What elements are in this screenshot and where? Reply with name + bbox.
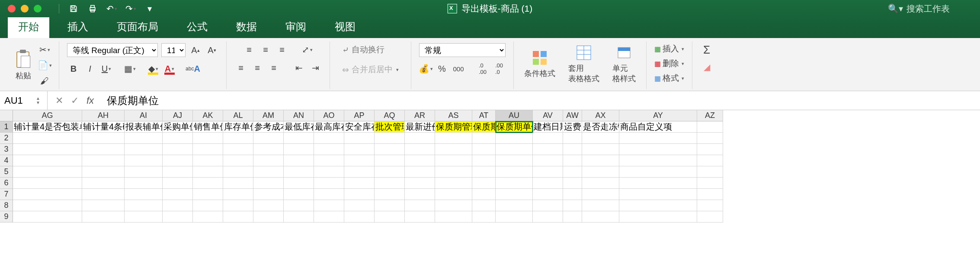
cell-AR4[interactable] bbox=[405, 155, 435, 166]
cell-AP3[interactable] bbox=[344, 144, 375, 155]
number-format-select[interactable]: 常规 bbox=[419, 43, 506, 57]
format-painter-button[interactable]: 🖌 bbox=[38, 74, 51, 87]
cell-AX5[interactable] bbox=[582, 166, 619, 178]
col-header-AH[interactable]: AH bbox=[82, 110, 125, 121]
cell-AQ7[interactable] bbox=[375, 189, 405, 200]
font-size-select[interactable]: 11 bbox=[161, 43, 186, 57]
col-header-AK[interactable]: AK bbox=[193, 110, 223, 121]
phonetic-button[interactable]: abcA bbox=[186, 62, 199, 75]
cell-AS5[interactable] bbox=[435, 166, 472, 178]
cell-AT1[interactable]: 保质期 bbox=[472, 121, 496, 133]
cell-AU6[interactable] bbox=[496, 178, 533, 189]
cell-AN5[interactable] bbox=[284, 166, 314, 178]
cell-AN2[interactable] bbox=[284, 133, 314, 144]
cell-AH8[interactable] bbox=[82, 200, 125, 211]
cell-AQ3[interactable] bbox=[375, 144, 405, 155]
cell-AQ2[interactable] bbox=[375, 133, 405, 144]
cell-AO8[interactable] bbox=[314, 200, 344, 211]
col-header-AU[interactable]: AU bbox=[496, 110, 533, 121]
select-all-corner[interactable] bbox=[0, 110, 13, 121]
cell-AO7[interactable] bbox=[314, 189, 344, 200]
cell-AX1[interactable]: 是否走冻链 bbox=[582, 121, 619, 133]
format-as-table-button[interactable]: 套用 表格格式 bbox=[566, 43, 602, 85]
cell-AX2[interactable] bbox=[582, 133, 619, 144]
cell-AK2[interactable] bbox=[193, 133, 223, 144]
cell-AL8[interactable] bbox=[223, 200, 253, 211]
row-header-9[interactable]: 9 bbox=[0, 211, 13, 222]
cut-button[interactable]: ✂▾ bbox=[38, 43, 51, 56]
cell-AM6[interactable] bbox=[253, 178, 284, 189]
cell-AY7[interactable] bbox=[619, 189, 697, 200]
align-right-button[interactable]: ≡ bbox=[267, 61, 280, 74]
cell-AK9[interactable] bbox=[193, 211, 223, 222]
col-header-AQ[interactable]: AQ bbox=[375, 110, 405, 121]
cell-AX6[interactable] bbox=[582, 178, 619, 189]
cell-AK8[interactable] bbox=[193, 200, 223, 211]
cell-AM1[interactable]: 参考成本 bbox=[253, 121, 284, 133]
orientation-button[interactable]: ⤢▾ bbox=[301, 43, 314, 56]
font-name-select[interactable]: 等线 Regular (正文) bbox=[67, 43, 158, 57]
currency-button[interactable]: 💰▾ bbox=[419, 62, 432, 75]
cell-AI9[interactable] bbox=[125, 211, 163, 222]
increase-decimal-button[interactable]: .0.00 bbox=[476, 62, 489, 75]
cell-AR9[interactable] bbox=[405, 211, 435, 222]
cell-AV8[interactable] bbox=[533, 200, 563, 211]
cell-AP2[interactable] bbox=[344, 133, 375, 144]
cell-AJ1[interactable]: 采购单位 bbox=[163, 121, 193, 133]
cell-AX4[interactable] bbox=[582, 155, 619, 166]
cell-AO5[interactable] bbox=[314, 166, 344, 178]
cell-AH4[interactable] bbox=[82, 155, 125, 166]
cell-AS7[interactable] bbox=[435, 189, 472, 200]
row-header-2[interactable]: 2 bbox=[0, 133, 13, 144]
cell-AH6[interactable] bbox=[82, 178, 125, 189]
row-header-6[interactable]: 6 bbox=[0, 178, 13, 189]
name-box[interactable]: AU1 ▲▼ bbox=[0, 91, 48, 110]
increase-indent-button[interactable]: ⇥ bbox=[309, 61, 322, 74]
namebox-up[interactable]: ▲ bbox=[36, 96, 40, 101]
cell-AQ4[interactable] bbox=[375, 155, 405, 166]
cell-AG8[interactable] bbox=[13, 200, 82, 211]
cell-AW1[interactable]: 运费 bbox=[563, 121, 582, 133]
autosum-button[interactable]: Σ bbox=[700, 43, 713, 56]
cell-AX3[interactable] bbox=[582, 144, 619, 155]
cell-AL7[interactable] bbox=[223, 189, 253, 200]
underline-button[interactable]: U▾ bbox=[100, 62, 113, 75]
cell-AM8[interactable] bbox=[253, 200, 284, 211]
align-bottom-button[interactable]: ≡ bbox=[275, 43, 288, 56]
col-header-AN[interactable]: AN bbox=[284, 110, 314, 121]
cell-AG2[interactable] bbox=[13, 133, 82, 144]
cell-AZ2[interactable] bbox=[697, 133, 723, 144]
col-header-AG[interactable]: AG bbox=[13, 110, 82, 121]
cell-AZ4[interactable] bbox=[697, 155, 723, 166]
cell-AH1[interactable]: 辅计量4条码 bbox=[82, 121, 125, 133]
cell-AI6[interactable] bbox=[125, 178, 163, 189]
cell-AV6[interactable] bbox=[533, 178, 563, 189]
format-cells-button[interactable]: ▦格式▾ bbox=[654, 73, 684, 84]
cell-AN3[interactable] bbox=[284, 144, 314, 155]
cell-AV1[interactable]: 建档日期 bbox=[533, 121, 563, 133]
cell-AQ9[interactable] bbox=[375, 211, 405, 222]
cell-AW4[interactable] bbox=[563, 155, 582, 166]
delete-cells-button[interactable]: ▦删除▾ bbox=[654, 58, 684, 69]
cell-AM7[interactable] bbox=[253, 189, 284, 200]
cell-AW9[interactable] bbox=[563, 211, 582, 222]
save-icon[interactable] bbox=[69, 4, 78, 13]
cell-AI8[interactable] bbox=[125, 200, 163, 211]
align-left-button[interactable]: ≡ bbox=[234, 61, 247, 74]
cell-AW7[interactable] bbox=[563, 189, 582, 200]
cell-AJ7[interactable] bbox=[163, 189, 193, 200]
comma-button[interactable]: 000 bbox=[452, 62, 465, 75]
cell-AI3[interactable] bbox=[125, 144, 163, 155]
fill-color-button[interactable]: ◆▾ bbox=[147, 62, 160, 75]
cell-AY5[interactable] bbox=[619, 166, 697, 178]
cell-AL2[interactable] bbox=[223, 133, 253, 144]
tab-视图[interactable]: 视图 bbox=[324, 16, 366, 38]
enter-formula-button[interactable]: ✓ bbox=[71, 95, 79, 106]
cell-AY4[interactable] bbox=[619, 155, 697, 166]
cell-AG1[interactable]: 辅计量4是否包装单位 bbox=[13, 121, 82, 133]
clear-button[interactable]: ◢ bbox=[700, 60, 713, 73]
cell-AN8[interactable] bbox=[284, 200, 314, 211]
cell-AK5[interactable] bbox=[193, 166, 223, 178]
italic-button[interactable]: I bbox=[83, 62, 96, 75]
minimize-window[interactable] bbox=[21, 5, 29, 13]
